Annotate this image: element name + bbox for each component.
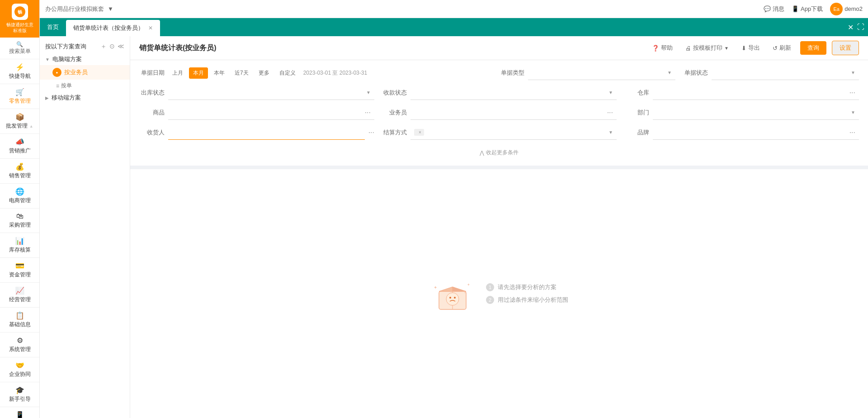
- warehouse-select[interactable]: ···: [653, 86, 859, 100]
- sidebar-item-enterprise[interactable]: 🤝 企业协同: [0, 357, 39, 382]
- sidebar-item-quick-nav[interactable]: ⚡ 快捷导航: [0, 59, 39, 84]
- desktop-group[interactable]: ▼ 电脑端方案: [40, 53, 130, 65]
- date-btn-7days[interactable]: 近7天: [231, 67, 253, 79]
- salesperson-dots[interactable]: ···: [607, 109, 613, 117]
- mobile-group[interactable]: ▶ 移动端方案: [40, 92, 130, 104]
- consignee-dots[interactable]: ···: [368, 128, 374, 137]
- sidebar-item-sales[interactable]: 💰 销售管理: [0, 159, 39, 184]
- export-btn[interactable]: ⬇ 导出: [738, 42, 764, 54]
- operation-label: 经营管理: [9, 296, 31, 303]
- brand-dots[interactable]: ···: [849, 128, 855, 137]
- salesperson-select[interactable]: ···: [410, 105, 617, 120]
- template-print-btn[interactable]: 🖨 按模板打印 ▼: [682, 42, 732, 54]
- sidebar-item-wholesale[interactable]: 📦 批发管理 ▲: [0, 109, 39, 134]
- export-label: 导出: [748, 44, 760, 52]
- receipt-status-select[interactable]: ▼: [410, 86, 617, 100]
- empty-tips: 1 请先选择要分析的方案 2 用过滤条件来缩小分析范围: [486, 283, 568, 304]
- department-select[interactable]: ▼: [653, 105, 859, 120]
- brand-select[interactable]: ···: [653, 125, 859, 140]
- svg-text:✦: ✦: [467, 283, 470, 287]
- warehouse-dots[interactable]: ···: [849, 89, 855, 97]
- tab-close-all-icon[interactable]: ✕: [848, 23, 854, 32]
- date-btn-this-month[interactable]: 本月: [189, 67, 208, 79]
- newbie-icon: 🎓: [2, 386, 38, 394]
- department-label: 部门: [624, 109, 649, 117]
- empty-content: ✦ ✦ ✦ 1 请先选择要分析的方案 2 用过滤条件来缩小分析范围: [430, 273, 568, 314]
- filter-doc-type: 单据类型 ▼: [499, 66, 675, 80]
- left-panel-header: 按以下方案查询 ＋ ⊙ ≪: [40, 40, 130, 53]
- doc-type-select[interactable]: ▼: [528, 66, 675, 80]
- collapse-btn[interactable]: ⋀ 收起更多条件: [480, 149, 519, 157]
- enterprise-label: 企业协同: [9, 371, 31, 377]
- goods-dots[interactable]: ···: [365, 109, 371, 117]
- page-actions: ❓ 帮助 🖨 按模板打印 ▼ ⬇ 导出 ↺ 刷新: [648, 41, 859, 55]
- settlement-label: 结算方式: [382, 128, 407, 137]
- sidebar-item-ecommerce[interactable]: 🌐 电商管理: [0, 184, 39, 209]
- sidebar-item-operation[interactable]: 📈 经营管理: [0, 283, 39, 308]
- sidebar-item-marketing[interactable]: 📣 营销推广: [0, 134, 39, 159]
- basic-label: 基础信息: [9, 321, 31, 328]
- date-btn-more[interactable]: 更多: [255, 67, 274, 79]
- scheme-dot-icon: ●: [52, 68, 61, 77]
- app-download-btn[interactable]: 📱 App下载: [792, 5, 823, 13]
- add-scheme-icon[interactable]: ＋: [100, 43, 107, 51]
- tab-sales-stat[interactable]: 销货单统计表（按业务员） ✕: [66, 20, 160, 36]
- out-status-select[interactable]: ▼: [168, 86, 374, 100]
- doc-status-select[interactable]: ▼: [712, 66, 859, 80]
- print-label: 按模板打印: [693, 44, 722, 52]
- breadcrumb-dropdown-icon[interactable]: ▼: [108, 5, 113, 12]
- date-btn-custom[interactable]: 自定义: [275, 67, 300, 79]
- user-profile-btn[interactable]: Ea demo2: [830, 3, 863, 15]
- mobile-group-label: 移动端方案: [52, 94, 81, 102]
- query-btn[interactable]: 查询: [800, 41, 826, 55]
- order-scheme-label: 按单: [61, 82, 72, 90]
- scheme-by-order[interactable]: ≡ 按单: [40, 80, 130, 92]
- empty-state: ✦ ✦ ✦ 1 请先选择要分析的方案 2 用过滤条件来缩小分析范围: [130, 169, 868, 418]
- out-status-label: 出库状态: [139, 89, 165, 97]
- consignee-input[interactable]: [168, 125, 365, 140]
- svg-text:畅: 畅: [18, 10, 22, 14]
- tip-1-num: 1: [486, 283, 494, 291]
- tab-fullscreen-icon[interactable]: ⛶: [857, 23, 864, 31]
- tab-home[interactable]: 首页: [40, 18, 66, 36]
- date-btn-this-year[interactable]: 本年: [210, 67, 229, 79]
- message-btn[interactable]: 💬 消息: [764, 5, 784, 13]
- filter-row-2: 出库状态 ▼ 收款状态 ▼ 仓库: [139, 86, 859, 100]
- sidebar-item-purchase[interactable]: 🛍 采购管理: [0, 209, 39, 233]
- system-icon: ⚙: [2, 336, 38, 345]
- retail-icon: 🛒: [2, 88, 38, 96]
- date-group: 上月 本月 本年 近7天 更多 自定义 2023-03-01 至 2023-03…: [168, 67, 367, 79]
- refresh-btn[interactable]: ↺ 刷新: [769, 42, 795, 54]
- quick-nav-label: 快捷导航: [9, 73, 31, 79]
- sidebar-item-inventory[interactable]: 📊 库存核算: [0, 233, 39, 258]
- goods-select[interactable]: ···: [168, 105, 374, 120]
- tab-sales-stat-label: 销货单统计表（按业务员）: [73, 24, 144, 32]
- scheme-by-salesperson[interactable]: ● 按业务员: [40, 65, 130, 80]
- settings-scheme-icon[interactable]: ⊙: [109, 43, 115, 51]
- sidebar-item-finance[interactable]: 💳 资金管理: [0, 258, 39, 283]
- sidebar-item-basic[interactable]: 📋 基础信息: [0, 308, 39, 332]
- finance-icon: 💳: [2, 261, 38, 270]
- appstore-icon: 📱: [2, 411, 38, 418]
- sidebar-item-retail[interactable]: 🛒 零售管理: [0, 84, 39, 109]
- mobile-section: ▶ 移动端方案: [40, 92, 130, 104]
- settlement-tag-close[interactable]: ×: [419, 130, 421, 135]
- receipt-status-label: 收款状态: [382, 89, 407, 97]
- settlement-select[interactable]: × ▼: [410, 125, 617, 140]
- consignee-label: 收货人: [139, 128, 165, 137]
- sidebar-item-newbie[interactable]: 🎓 新手引导: [0, 382, 39, 407]
- settings-btn[interactable]: 设置: [832, 41, 859, 55]
- collapse-panel-icon[interactable]: ≪: [118, 43, 124, 51]
- settlement-arrow: ▼: [609, 130, 613, 135]
- main-area: 办公用品行业模拟账套 ▼ 💬 消息 📱 App下载 Ea demo2 首页: [40, 0, 868, 418]
- refresh-label: 刷新: [779, 44, 791, 52]
- print-dropdown-icon: ▼: [724, 46, 729, 51]
- date-btn-last-month[interactable]: 上月: [168, 67, 187, 79]
- date-range-text: 2023-03-01 至 2023-03-31: [303, 69, 367, 77]
- sidebar-search[interactable]: 🔍 搜索菜单: [0, 38, 39, 59]
- tab-close-btn[interactable]: ✕: [148, 25, 153, 31]
- sidebar-item-appstore[interactable]: 📱 应用中心: [0, 407, 39, 418]
- sidebar-item-system[interactable]: ⚙ 系统管理: [0, 332, 39, 357]
- collapse-btn-label: 收起更多条件: [486, 149, 519, 157]
- help-btn[interactable]: ❓ 帮助: [648, 42, 676, 54]
